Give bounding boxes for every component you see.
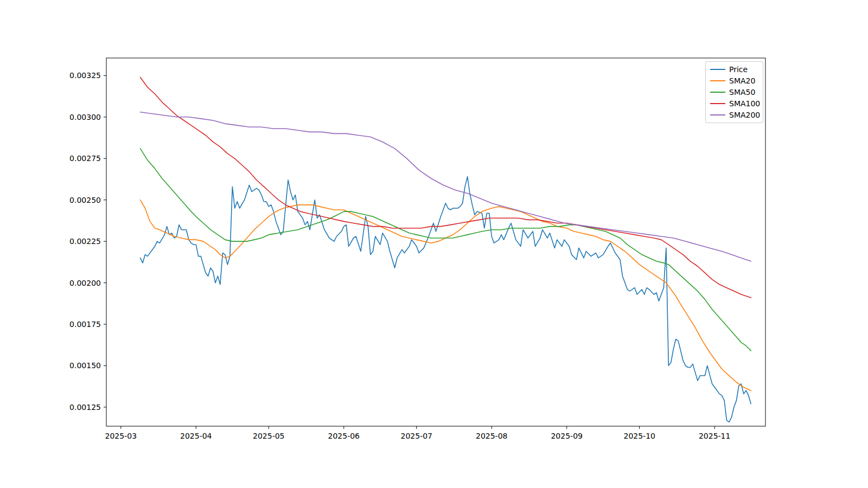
x-tick-label: 2025-08 (476, 432, 508, 440)
legend: Price SMA20 SMA50 SMA100 SMA200 (705, 61, 763, 123)
chart-figure: 2025-032025-042025-052025-062025-072025-… (0, 0, 868, 488)
y-tick-label: 0.00225 (69, 237, 101, 246)
legend-item-sma100: SMA100 (710, 99, 758, 108)
price-line (141, 177, 751, 422)
price-line-swatch (710, 69, 725, 70)
legend-item-sma200: SMA200 (710, 111, 758, 119)
legend-label-sma200: SMA200 (729, 111, 760, 119)
y-tick-label: 0.00200 (69, 279, 101, 287)
sma200-line-swatch (710, 114, 725, 115)
legend-item-price: Price (710, 65, 758, 74)
sma20-line-swatch (710, 80, 725, 81)
x-tick-label: 2025-09 (551, 432, 583, 440)
x-tick-label: 2025-04 (180, 432, 212, 440)
y-tick-label: 0.00275 (69, 154, 101, 163)
legend-item-sma50: SMA50 (710, 88, 758, 97)
x-tick-label: 2025-11 (699, 432, 731, 440)
legend-label-price: Price (729, 65, 748, 74)
y-tick-label: 0.00175 (69, 320, 101, 329)
y-tick-label: 0.00125 (69, 403, 101, 412)
x-tick-label: 2025-10 (623, 432, 655, 440)
y-tick-label: 0.00300 (69, 113, 101, 121)
y-tick-label: 0.00325 (69, 71, 101, 80)
legend-label-sma20: SMA20 (729, 76, 755, 85)
legend-item-sma20: SMA20 (710, 76, 758, 85)
sma50-line-swatch (710, 92, 725, 93)
y-tick-label: 0.00250 (69, 196, 101, 204)
x-tick-label: 2025-07 (401, 432, 433, 440)
legend-label-sma100: SMA100 (729, 99, 760, 108)
x-tick-label: 2025-06 (328, 432, 360, 440)
sma100-line (141, 78, 751, 298)
sma50-line (141, 149, 751, 351)
sma20-line (141, 200, 751, 391)
y-tick-label: 0.00150 (69, 361, 101, 370)
sma100-line-swatch (710, 103, 725, 104)
x-tick-label: 2025-05 (253, 432, 285, 440)
x-tick-label: 2025-03 (105, 432, 137, 440)
legend-label-sma50: SMA50 (729, 88, 755, 97)
